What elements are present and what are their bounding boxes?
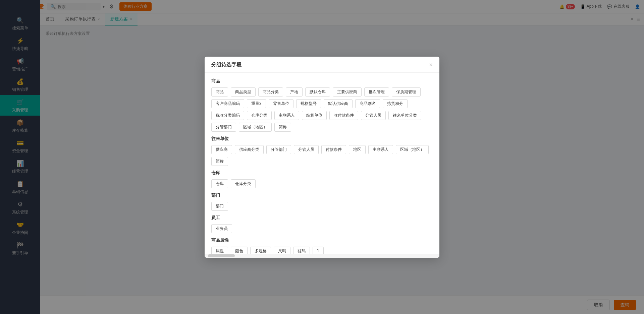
field-tag-partner-0[interactable]: 供应商: [211, 145, 232, 154]
field-tag-product-5[interactable]: 主要供应商: [333, 87, 362, 97]
field-tags-partner: 供应商供应商分类分管部门分管人员付款条件地区主联系人区域（地区）简称: [211, 145, 433, 166]
section-title-employee: 员工: [211, 215, 433, 221]
field-tag-product-17[interactable]: 主联系人: [274, 111, 299, 120]
field-tag-product-19[interactable]: 收付款条件: [329, 111, 358, 120]
field-tag-product-22[interactable]: 分管部门: [211, 123, 236, 132]
field-tag-product-2[interactable]: 商品分类: [258, 87, 283, 97]
field-tag-product-4[interactable]: 默认仓库: [305, 87, 330, 97]
field-tag-product-10[interactable]: 零售单位: [269, 99, 293, 108]
section-title-product: 商品: [211, 78, 433, 84]
modal-overlay: 分组待选字段 × 商品商品商品类型商品分类产地默认仓库主要供应商批次管理保质期管…: [0, 0, 644, 314]
field-tag-product-12[interactable]: 默认供应商: [324, 99, 353, 108]
field-tag-warehouse-1[interactable]: 仓库分类: [231, 179, 256, 188]
field-tags-warehouse: 仓库仓库分类: [211, 179, 433, 188]
field-tag-partner-5[interactable]: 地区: [349, 145, 366, 154]
field-tag-product-0[interactable]: 商品: [211, 87, 228, 97]
field-tag-partner-3[interactable]: 分管人员: [294, 145, 319, 154]
field-tags-product: 商品商品类型商品分类产地默认仓库主要供应商批次管理保质期管理客户商品编码重量3零…: [211, 87, 433, 132]
section-title-product-attr: 商品属性: [211, 237, 433, 243]
modal-body[interactable]: 商品商品商品类型商品分类产地默认仓库主要供应商批次管理保质期管理客户商品编码重量…: [205, 73, 439, 254]
field-tag-product-21[interactable]: 往来单位分类: [388, 111, 421, 120]
field-tag-partner-8[interactable]: 简称: [211, 157, 228, 166]
field-tag-department-0[interactable]: 部门: [211, 202, 228, 211]
field-tag-product-15[interactable]: 税收分类编码: [211, 111, 244, 120]
field-tag-product-attr-5[interactable]: 1: [313, 247, 324, 254]
field-tag-partner-4[interactable]: 付款条件: [321, 145, 346, 154]
field-tag-product-1[interactable]: 商品类型: [231, 87, 256, 97]
section-title-warehouse: 仓库: [211, 170, 433, 176]
field-tag-product-attr-1[interactable]: 颜色: [231, 247, 248, 254]
modal-scroll-thumb: [208, 254, 235, 257]
field-tag-product-3[interactable]: 产地: [286, 87, 303, 97]
field-tag-product-20[interactable]: 分管人员: [361, 111, 386, 120]
modal-title: 分组待选字段: [211, 62, 241, 68]
field-tag-product-24[interactable]: 简称: [274, 123, 291, 132]
field-tag-product-attr-4[interactable]: 鞋码: [293, 247, 310, 254]
field-tag-employee-0[interactable]: 业务员: [211, 224, 232, 233]
field-tag-product-attr-2[interactable]: 多规格: [250, 247, 271, 254]
field-tags-product-attr: 属性颜色多规格尺码鞋码1: [211, 247, 433, 254]
modal-scroll-rail[interactable]: [205, 254, 439, 257]
field-tag-partner-2[interactable]: 分管部门: [266, 145, 291, 154]
field-tag-warehouse-0[interactable]: 仓库: [211, 179, 228, 188]
field-tag-product-14[interactable]: 拣货积分: [383, 99, 408, 108]
field-tag-product-16[interactable]: 仓库分类: [247, 111, 272, 120]
modal-close-button[interactable]: ×: [429, 61, 433, 68]
field-tag-product-13[interactable]: 商品别名: [355, 99, 380, 108]
field-tag-product-23[interactable]: 区域（地区）: [239, 123, 272, 132]
field-tag-product-8[interactable]: 客户商品编码: [211, 99, 244, 108]
field-tag-partner-6[interactable]: 主联系人: [368, 145, 393, 154]
section-title-department: 部门: [211, 192, 433, 198]
field-tag-product-7[interactable]: 保质期管理: [392, 87, 421, 97]
field-tags-employee: 业务员: [211, 224, 433, 233]
field-tags-department: 部门: [211, 202, 433, 211]
field-tag-product-18[interactable]: 结算单位: [302, 111, 327, 120]
field-tag-product-9[interactable]: 重量3: [247, 99, 266, 108]
section-title-partner: 往来单位: [211, 136, 433, 142]
field-tag-product-attr-3[interactable]: 尺码: [274, 247, 290, 254]
field-tag-partner-7[interactable]: 区域（地区）: [396, 145, 429, 154]
modal-header: 分组待选字段 ×: [205, 57, 439, 73]
field-tag-product-attr-0[interactable]: 属性: [211, 247, 228, 254]
field-tag-product-11[interactable]: 规格型号: [296, 99, 321, 108]
field-tag-partner-1[interactable]: 供应商分类: [235, 145, 264, 154]
modal-dialog: 分组待选字段 × 商品商品商品类型商品分类产地默认仓库主要供应商批次管理保质期管…: [205, 57, 439, 258]
field-tag-product-6[interactable]: 批次管理: [364, 87, 389, 97]
